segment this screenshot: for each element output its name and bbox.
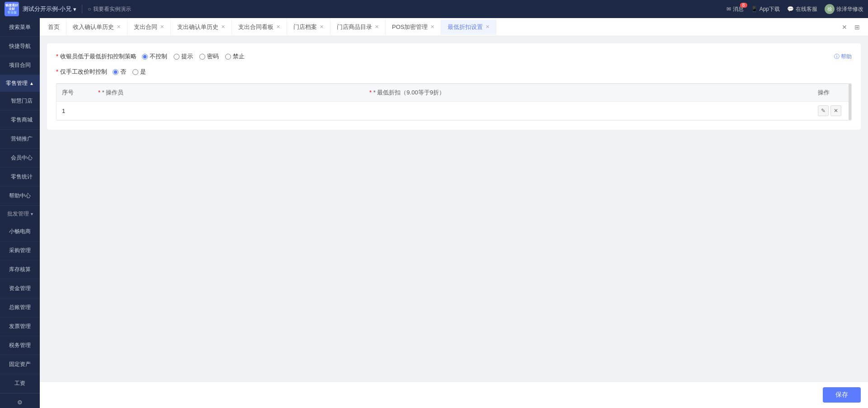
sidebar-item-tax-mgmt[interactable]: 税务管理 [0,336,40,355]
sidebar-settings-btn[interactable]: ⚙ [0,393,40,408]
logo-sub: 专业版 [5,11,19,14]
sidebar-item-inventory[interactable]: 库存核算 [0,260,40,279]
table-head: 序号 * 操作员 * 最低折扣（9.00等于9折） 操作 [57,84,849,102]
sidebar-item-help-center[interactable]: 帮助中心 [0,187,40,206]
app-download-btn[interactable]: 📱 App下载 [751,5,780,13]
radio-remind-input[interactable] [174,54,179,60]
table-header-row: 序号 * 操作员 * 最低折扣（9.00等于9折） 操作 [57,84,849,102]
download-icon: 📱 [751,6,758,12]
sidebar-item-payroll[interactable]: 工资 [0,374,40,393]
radio-remind-label: 提示 [181,52,193,61]
user-name: 徐泽华修改 [836,5,863,13]
tab-home[interactable]: 首页 [42,19,66,35]
sidebar-item-label: 发票管理 [9,323,31,330]
radio-remind[interactable]: 提示 [174,52,193,61]
sidebar-item-label: 零售统计 [11,173,33,181]
sidebar-item-retail-mgmt[interactable]: 零售管理 ▲ [0,75,40,92]
help-label: 帮助 [841,53,852,61]
sidebar-item-invoice-mgmt[interactable]: 发票管理 [0,317,40,336]
discount-control-row: 收银员低于最低折扣控制策略 不控制 提示 密码 [56,52,852,61]
demo-text: 我要看实例演示 [93,5,131,13]
tab-close-icon[interactable]: ✕ [320,24,324,30]
radio-no-control-input[interactable] [142,54,148,60]
tab-min-discount-setting[interactable]: 最低折扣设置 ✕ [441,19,496,35]
sidebar-item-label: 帮助中心 [9,192,31,200]
radio-forbid[interactable]: 禁止 [225,52,245,61]
user-profile-btn[interactable]: 徐 徐泽华修改 [825,4,863,14]
tab-pos-password-mgmt[interactable]: POS加密管理 ✕ [386,19,441,35]
sidebar-item-label: 工资 [14,380,25,387]
tab-store-product-catalog[interactable]: 门店商品目录 ✕ [330,19,386,35]
app-download-label: App下载 [760,5,780,13]
sidebar-item-retail-stats[interactable]: 零售统计 [0,168,40,187]
radio-no-input[interactable] [113,69,118,75]
tab-payment-contract[interactable]: 支出合同 ✕ [127,19,171,35]
tab-income-confirm-history[interactable]: 收入确认单历史 ✕ [66,19,127,35]
sidebar-item-project-contract[interactable]: 项目合同 [0,56,40,75]
cell-operator [93,102,364,120]
tab-close-icon[interactable]: ✕ [117,24,121,30]
row-delete-btn[interactable]: ✕ [830,105,841,116]
table-scrollbar[interactable] [849,84,851,120]
online-service-btn[interactable]: 💬 在线客服 [787,5,817,13]
tab-store-archive[interactable]: 门店档案 ✕ [287,19,330,35]
radio-no-control[interactable]: 不控制 [142,52,167,61]
help-icon: ⓘ [834,53,840,61]
sidebar-item-marketing[interactable]: 营销推广 [0,130,40,149]
sidebar-item-fixed-assets[interactable]: 固定资产 [0,355,40,374]
sidebar-item-label: 资金管理 [9,285,31,292]
help-button[interactable]: ⓘ 帮助 [834,53,852,61]
radio-forbid-input[interactable] [225,54,231,60]
divider [82,5,82,14]
tab-close-icon[interactable]: ✕ [276,24,280,30]
project-selector[interactable]: 测试分开示例-小兄 ▾ [23,5,76,13]
sidebar-item-smart-store[interactable]: 智慧门店 [0,92,40,111]
sidebar-item-member-center[interactable]: 会员中心 [0,149,40,168]
project-dropdown-icon: ▾ [73,6,76,13]
tab-close-all-btn[interactable]: ✕ [839,23,850,32]
radio-yes[interactable]: 是 [132,68,146,76]
sidebar-item-ledger[interactable]: 总账管理 [0,298,40,317]
save-button[interactable]: 保存 [823,387,861,403]
demo-link[interactable]: ○ 我要看实例演示 [88,5,131,13]
messages-btn[interactable]: ✉ 消息 8 [726,5,744,13]
sidebar-item-label: 智慧门店 [11,97,33,105]
topbar-left: 畅捷通好业财 专业版 测试分开示例-小兄 ▾ ○ 我要看实例演示 [5,2,131,16]
tab-close-icon[interactable]: ✕ [486,24,490,30]
sidebar-item-label: 零售管理 [6,80,28,87]
cell-actions: ✎ ✕ [812,102,849,120]
manual-price-options: 否 是 [113,68,146,76]
sidebar-item-retail-mall[interactable]: 零售商城 [0,111,40,130]
discount-table: 序号 * 操作员 * 最低折扣（9.00等于9折） 操作 1 [57,84,849,120]
tab-close-icon[interactable]: ✕ [160,24,164,30]
bottom-bar: 保存 [40,381,868,408]
row-actions: ✎ ✕ [818,105,843,116]
sidebar-item-quick-nav[interactable]: 快捷导航 [0,37,40,56]
chevron-down-icon: ▾ [31,211,33,216]
tab-close-icon[interactable]: ✕ [375,24,379,30]
sidebar-item-label: 零售商城 [11,116,33,124]
row-edit-btn[interactable]: ✎ [818,105,829,116]
tab-payment-confirm-history[interactable]: 支出确认单历史 ✕ [171,19,232,35]
radio-no[interactable]: 否 [113,68,126,76]
tab-payment-contract-board[interactable]: 支出合同看板 ✕ [232,19,287,35]
sidebar-item-wholesale-mgmt[interactable]: 批发管理 ▾ [0,206,40,222]
tab-close-icon[interactable]: ✕ [430,24,434,30]
sidebar-item-finance-mgmt[interactable]: 资金管理 [0,279,40,298]
sidebar-item-ecommerce[interactable]: 小畅电商 [0,222,40,241]
radio-yes-label: 是 [140,68,146,76]
sidebar-item-search-menu[interactable]: 搜索菜单 [0,18,40,37]
radio-no-control-label: 不控制 [150,52,167,61]
tab-close-icon[interactable]: ✕ [221,24,225,30]
radio-password[interactable]: 密码 [199,52,219,61]
message-icon: ✉ [726,6,731,12]
sidebar-item-purchase-mgmt[interactable]: 采购管理 [0,241,40,260]
radio-password-input[interactable] [199,54,205,60]
settings-icon: ⚙ [17,399,23,406]
message-badge: 8 [740,3,747,8]
settings-card: 收银员低于最低折扣控制策略 不控制 提示 密码 [47,43,861,130]
logo-text: 畅捷通好业财 [5,4,19,10]
radio-forbid-label: 禁止 [233,52,245,61]
radio-yes-input[interactable] [132,69,138,75]
tab-expand-btn[interactable]: ⊞ [852,23,863,32]
